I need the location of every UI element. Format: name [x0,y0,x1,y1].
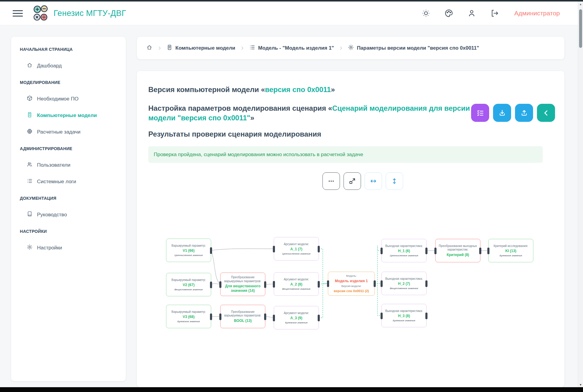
diagram-node-v3[interactable]: Варьируемый параметр:V3 (68)Булевское зн… [166,305,211,328]
output-handle[interactable] [210,313,212,320]
output-handle[interactable] [425,280,427,287]
diagram-node-v2[interactable]: Варьируемый параметр:V2 (67)Вещественное… [166,273,211,296]
menu-toggle-button[interactable] [13,9,23,18]
download-button[interactable] [493,104,511,122]
output-handle[interactable] [264,281,266,288]
diagram-node-t2[interactable]: Преобразование варьируемых параметров:BO… [220,305,265,328]
breadcrumb-item-gear[interactable]: Параметры версии модели "версия спо 0x00… [348,44,479,52]
sidebar-item-list[interactable]: Системные логи [11,173,126,190]
palette-icon[interactable] [444,8,454,18]
node-value: H_1 (6) [398,249,410,253]
output-handle[interactable] [210,282,212,288]
diagram-node-h3[interactable]: Выходная характеристика:H_3 (8)Булевское… [381,304,427,327]
output-handle[interactable] [425,248,427,254]
sidebar-item-home[interactable]: Дашбоард [11,57,126,74]
sidebar-item-calculator[interactable]: Компьютерные модели [11,107,126,124]
diagram-node-a3[interactable]: Аргумент модели:A_3 (9)Булевское значени… [274,306,319,329]
profile-icon[interactable] [467,8,477,18]
node-value: Модель изделия 1 [335,279,368,283]
app-title: Генезис МГТУ-ДВГ [54,9,126,18]
node-subtitle: Целочисленное значение [390,254,418,257]
diagram-node-a2[interactable]: Аргумент модели:A_2 (8)Вещественное знач… [274,272,319,296]
input-handle[interactable] [327,280,329,287]
breadcrumb-item-list[interactable]: Модель - "Модель изделия 1" [249,44,334,52]
scroll-down-arrow[interactable]: ▼ [578,382,583,387]
output-handle[interactable] [318,246,320,252]
node-value: KI (13) [505,249,517,253]
output-handle[interactable] [479,248,481,254]
node-subtitle: Целочисленное значение [174,254,203,257]
diagram-node-a1[interactable]: Аргумент модели:A_1 (7)Целочисленное зна… [274,237,319,261]
node-title: Преобразование варьируемых параметров: [222,310,263,318]
sidebar-section-label: НАЧАЛЬНАЯ СТРАНИЦА [11,41,126,57]
scenario-list-button[interactable] [471,104,489,122]
fit-horizontal-button[interactable] [365,172,382,190]
input-handle[interactable] [219,281,221,288]
output-handle[interactable] [425,313,427,319]
header-actions: Администратор [421,8,560,18]
input-handle[interactable] [219,313,221,320]
scroll-up-arrow[interactable]: ▲ [578,2,583,7]
input-handle[interactable] [381,280,383,287]
check-results-title: Результаты проверки сценария моделирован… [148,129,553,139]
app-logo-icon [32,5,49,22]
node-subtitle: Булевское значение [500,254,522,257]
node-title: Преобразование варьируемых параметров: [222,276,263,283]
input-handle[interactable] [273,246,275,252]
diagram-node-h1[interactable]: Выходная характеристика:H_1 (6)Целочисле… [381,239,427,262]
diagram-node-h2[interactable]: Выходная характеристика:H_2 (7)Веществен… [381,272,427,295]
input-handle[interactable] [381,313,383,319]
node-value: H_3 (8) [398,314,410,318]
breadcrumb-label: Модель - "Модель изделия 1" [258,45,334,51]
node-value: A_1 (7) [290,247,302,252]
upload-button[interactable] [515,104,533,122]
breadcrumb-item-home[interactable] [146,44,153,52]
sidebar-item-cpu[interactable]: Расчетные задачи [11,124,126,140]
diagram-node-v1[interactable]: Варьируемый параметр:V1 (66)Целочисленно… [166,239,211,262]
input-handle[interactable] [434,248,436,254]
sidebar-item-package[interactable]: Необходимое ПО [11,91,126,107]
output-handle[interactable] [264,313,266,320]
edge-t2-a3 [265,316,274,318]
sidebar-item-book[interactable]: Руководство [11,206,126,223]
diagram-node-model[interactable]: Модель:Модель изделия 1Версия модели:вер… [328,272,375,296]
node-value: V2 (67) [183,283,194,287]
edge-model-h3 [375,284,381,316]
breadcrumb-item-document[interactable]: Компьютерные модели [166,44,235,52]
list-icon [249,44,255,52]
sidebar-item-users[interactable]: Пользователи [11,157,126,173]
sidebar-item-label: Настройки [37,245,62,251]
node-title: Варьируемый параметр: [171,244,206,248]
output-handle[interactable] [374,280,376,287]
input-handle[interactable] [381,248,383,254]
scrollbar-thumb[interactable] [579,9,582,48]
node-value: Для вещественного значения (14) [222,284,263,293]
diagram-node-ki[interactable]: Критерий исследования:KI (13)Булевское з… [488,239,533,262]
node-title: Аргумент модели: [284,242,309,246]
node-title: Аргумент модели: [284,311,309,315]
home-icon [146,44,153,52]
sidebar-item-gear[interactable]: Настройки [11,239,126,256]
input-handle[interactable] [273,315,275,321]
user-role-label: Администратор [514,10,560,17]
diagram-node-t1[interactable]: Преобразование варьируемых параметров:Дл… [220,273,265,296]
collapse-panel-button[interactable] [537,104,555,122]
expand-fullscreen-button[interactable] [344,172,361,190]
brightness-icon[interactable] [421,8,431,18]
output-handle[interactable] [318,281,320,288]
input-handle[interactable] [273,281,275,288]
diagram-toolbar [322,172,403,190]
diagram-node-kr[interactable]: Преобразование выходных характеристик:Кр… [435,239,480,262]
output-handle[interactable] [318,315,320,321]
logout-icon[interactable] [489,8,500,18]
output-handle[interactable] [210,247,212,254]
package-icon [26,95,33,103]
document-icon [166,44,173,52]
more-options-button[interactable] [322,172,340,190]
fit-vertical-button[interactable] [386,172,403,190]
page-scrollbar[interactable]: ▲ ▼ [578,2,583,387]
node-version-value: версия спо 0x0011 (2) [334,289,369,293]
input-handle[interactable] [487,248,489,254]
sidebar-item-label: Расчетные задачи [37,129,80,135]
success-alert: Проверка пройдена, сценарий моделировани… [148,146,543,163]
